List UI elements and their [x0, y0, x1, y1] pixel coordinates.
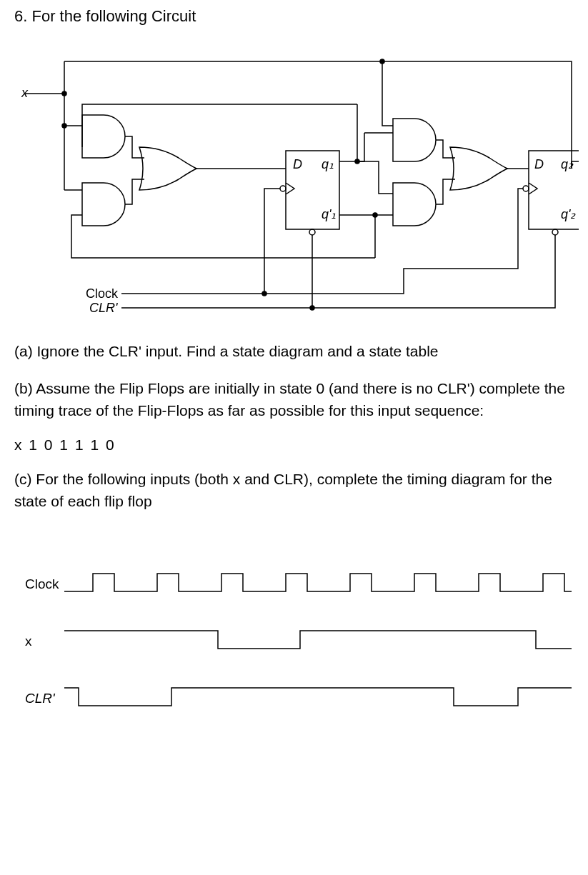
part-b-text: (b) Assume the Flip Flops are initially …	[14, 377, 574, 422]
svg-point-11	[380, 59, 384, 64]
clock-waveform	[64, 570, 572, 599]
x-label: x	[25, 634, 64, 649]
svg-point-16	[523, 186, 529, 191]
x-waveform	[64, 627, 572, 656]
svg-point-1	[62, 91, 66, 96]
problem-title: 6. For the following Circuit	[14, 7, 574, 26]
svg-text:D: D	[293, 157, 302, 171]
timing-diagram: Clock x CLR'	[25, 570, 574, 713]
part-a-text: (a) Ignore the CLR' input. Find a state …	[14, 340, 574, 363]
svg-point-7	[280, 186, 286, 191]
svg-point-20	[310, 306, 314, 310]
svg-point-17	[552, 229, 558, 235]
part-c-text: (c) For the following inputs (both x and…	[14, 468, 574, 513]
svg-text:CLR': CLR'	[89, 301, 118, 315]
circuit-diagram: x D q₁ q'₁	[21, 40, 574, 319]
svg-point-18	[262, 291, 266, 296]
clr-waveform	[64, 684, 572, 713]
clr-label: CLR'	[25, 691, 64, 706]
svg-point-2	[62, 124, 66, 128]
svg-text:Clock: Clock	[86, 286, 119, 301]
input-sequence: x 1 0 1 1 1 0	[14, 436, 574, 454]
svg-text:q₁: q₁	[322, 157, 334, 171]
svg-text:q'₂: q'₂	[561, 207, 576, 221]
svg-point-8	[309, 229, 315, 235]
svg-text:q'₁: q'₁	[322, 207, 336, 221]
svg-text:D: D	[534, 157, 544, 171]
clock-label: Clock	[25, 576, 64, 592]
svg-text:x: x	[21, 86, 29, 100]
